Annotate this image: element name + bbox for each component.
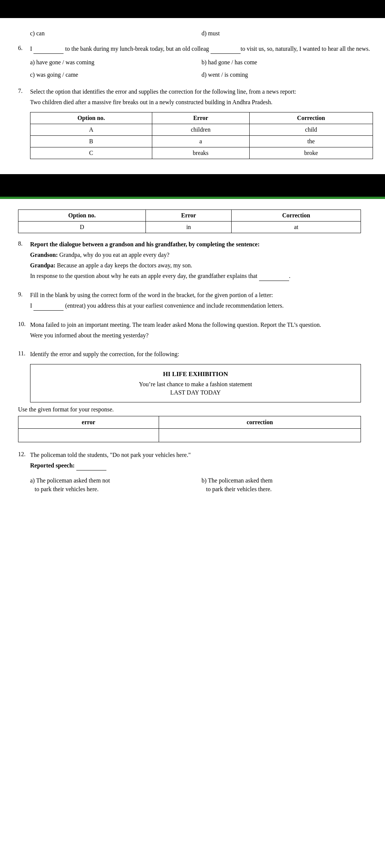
q8-grandpa: Grandpa: Because an apple a day keeps th… bbox=[30, 261, 373, 270]
q11-text: Identify the error and supply the correc… bbox=[30, 350, 373, 360]
q10-question-line: Were you informed about the meeting yest… bbox=[30, 331, 373, 340]
option-d-must: d) must bbox=[202, 29, 373, 38]
question-11: 11. Identify the error and supply the co… bbox=[18, 350, 373, 442]
q11-instruction: Identify the error and supply the correc… bbox=[30, 350, 373, 359]
table-row: D in at bbox=[18, 222, 361, 233]
q9-blank bbox=[33, 301, 64, 311]
q7-row-c-option: C bbox=[30, 147, 152, 159]
q12-sentence: The policeman told the students, "Do not… bbox=[30, 451, 373, 460]
exhibition-title: HI LIFE EXHIBITION bbox=[38, 370, 353, 378]
q6-option-d: d) went / is coming bbox=[202, 71, 373, 79]
page: c) can d) must 6. I to the bank during m… bbox=[0, 0, 385, 508]
table-row: A children child bbox=[30, 124, 373, 136]
question-9: 9. Fill in the blank by using the correc… bbox=[18, 291, 373, 312]
option-c-can: c) can bbox=[30, 29, 202, 38]
q8-grandson: Grandson: Grandpa, why do you eat an app… bbox=[30, 250, 373, 259]
q6-number: 6. bbox=[18, 44, 30, 52]
first-content-area: c) can d) must 6. I to the bank during m… bbox=[0, 18, 385, 174]
q10-number: 10. bbox=[18, 320, 30, 328]
separator-area bbox=[0, 174, 385, 199]
question-8: 8. Report the dialogue between a grandso… bbox=[18, 240, 373, 282]
q12-blank bbox=[76, 461, 106, 470]
cont-th-option: Option no. bbox=[18, 210, 146, 222]
q8-blank bbox=[259, 272, 289, 281]
q7-th-correction: Correction bbox=[249, 112, 373, 124]
question-12: 12. The policeman told the students, "Do… bbox=[18, 451, 373, 493]
q9-letter: I (entreat) you address this at your ear… bbox=[30, 301, 373, 311]
prev-question-options: c) can d) must bbox=[30, 29, 373, 38]
q12-options: a) The policeman asked them not to park … bbox=[30, 476, 373, 493]
question-7: 7. Select the option that identifies the… bbox=[18, 87, 373, 159]
table-row: C breaks broke bbox=[30, 147, 373, 159]
q6-blank1 bbox=[33, 44, 64, 54]
q7-row-c-error: breaks bbox=[152, 147, 249, 159]
q7-number: 7. bbox=[18, 87, 30, 94]
q7-row-c-correction: broke bbox=[249, 147, 373, 159]
q10-instruction: Mona failed to join an important meeting… bbox=[30, 320, 373, 329]
q7-row-a-correction: child bbox=[249, 124, 373, 136]
exhibition-subtitle: You’re last chance to make a fashion sta… bbox=[38, 381, 353, 388]
q7-row-a-option: A bbox=[30, 124, 152, 136]
exhibition-box: HI LIFE EXHIBITION You’re last chance to… bbox=[30, 364, 361, 402]
q10-text: Mona failed to join an important meeting… bbox=[30, 320, 373, 341]
q7-table: Option no. Error Correction A children c… bbox=[30, 112, 373, 159]
q8-followup: In response to the question about why he… bbox=[30, 272, 373, 281]
q7-row-b-error: a bbox=[152, 136, 249, 147]
q9-number: 9. bbox=[18, 291, 30, 298]
cont-th-correction: Correction bbox=[232, 210, 361, 222]
cont-th-error: Error bbox=[146, 210, 231, 222]
q9-text: Fill in the blank by using the correct f… bbox=[30, 291, 373, 312]
question-10: 10. Mona failed to join an important mee… bbox=[18, 320, 373, 341]
second-content-area: Option no. Error Correction D in at 8. bbox=[0, 199, 385, 508]
q6-option-c: c) was going / came bbox=[30, 71, 202, 79]
q7-sentence: Two children died after a massive fire b… bbox=[30, 98, 373, 107]
q6-text: I to the bank during my lunch-break toda… bbox=[30, 44, 373, 54]
err-row-error bbox=[18, 429, 159, 442]
q8-text: Report the dialogue between a grandson a… bbox=[30, 240, 373, 282]
q7-th-option: Option no. bbox=[30, 112, 152, 124]
q7-row-b-option: B bbox=[30, 136, 152, 147]
err-th-correction: correction bbox=[159, 416, 361, 429]
q7-instruction: Select the option that identifies the er… bbox=[30, 87, 373, 96]
cont-row-d-correction: at bbox=[232, 222, 361, 233]
q12-reported-label: Reported speech: bbox=[30, 461, 373, 470]
q8-bold-instruction: Report the dialogue between a grandson a… bbox=[30, 240, 373, 249]
cont-row-d-option: D bbox=[18, 222, 146, 233]
err-th-error: error bbox=[18, 416, 159, 429]
q11-number: 11. bbox=[18, 350, 30, 357]
q7-cont-table-wrapper: Option no. Error Correction D in at bbox=[18, 209, 373, 233]
q9-instruction: Fill in the blank by using the correct f… bbox=[30, 291, 373, 300]
q6-option-a: a) have gone / was coming bbox=[30, 58, 202, 67]
question-6: 6. I to the bank during my lunch-break t… bbox=[18, 44, 373, 79]
q12-option-b: b) The policeman asked them to park thei… bbox=[202, 476, 373, 493]
exhibition-last-line: LAST DAY TODAY bbox=[38, 389, 353, 396]
q6-options: a) have gone / was coming b) had gone / … bbox=[30, 58, 373, 79]
table-row bbox=[18, 429, 361, 442]
top-black-bar bbox=[0, 0, 385, 18]
q12-number: 12. bbox=[18, 451, 30, 458]
table-row: B a the bbox=[30, 136, 373, 147]
q7-row-a-error: children bbox=[152, 124, 249, 136]
q8-number: 8. bbox=[18, 240, 30, 247]
q7-cont-table: Option no. Error Correction D in at bbox=[18, 209, 361, 233]
q12-text: The policeman told the students, "Do not… bbox=[30, 451, 373, 472]
q6-blank2 bbox=[211, 44, 241, 54]
q12-option-a: a) The policeman asked them not to park … bbox=[30, 476, 202, 493]
q7-text: Select the option that identifies the er… bbox=[30, 87, 373, 108]
q7-row-b-correction: the bbox=[249, 136, 373, 147]
q7-th-error: Error bbox=[152, 112, 249, 124]
err-table: error correction bbox=[18, 416, 361, 442]
err-row-correction bbox=[159, 429, 361, 442]
cont-row-d-error: in bbox=[146, 222, 231, 233]
q11-use-format: Use the given format for your response. bbox=[18, 406, 373, 413]
q6-option-b: b) had gone / has come bbox=[202, 58, 373, 67]
black-divider bbox=[0, 174, 385, 197]
